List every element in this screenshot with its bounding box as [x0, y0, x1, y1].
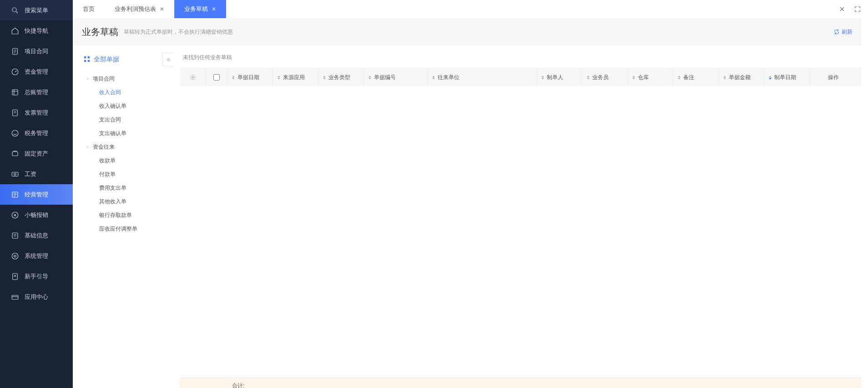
column-header[interactable]: 单据编号	[364, 68, 428, 86]
close-icon[interactable]: ✕	[160, 6, 164, 12]
svg-point-0	[12, 8, 16, 12]
tree-leaf[interactable]: 收入确认单	[83, 99, 173, 113]
tree-leaf-label: 支出合同	[99, 116, 121, 124]
sort-icon[interactable]	[632, 76, 635, 80]
svg-point-15	[15, 275, 16, 277]
sort-icon[interactable]	[678, 76, 681, 80]
fullscreen-icon[interactable]	[851, 2, 864, 16]
tab-2[interactable]: 业务草稿✕	[174, 0, 226, 18]
column-header[interactable]: 往来单位	[428, 68, 537, 86]
sort-icon[interactable]	[769, 76, 772, 80]
tree-leaf[interactable]: 其他收入单	[83, 195, 173, 208]
tree-leaf[interactable]: 应收应付调整单	[83, 222, 173, 236]
nav-item-invoice[interactable]: 发票管理	[0, 102, 73, 123]
sort-icon[interactable]	[587, 76, 590, 80]
sort-icon[interactable]	[323, 76, 326, 80]
tree-leaf-label: 付款单	[99, 171, 116, 178]
nav-item-salary[interactable]: 工资	[0, 164, 73, 184]
nav-item-ledger[interactable]: 总账管理	[0, 82, 73, 102]
column-header-label: 单据编号	[374, 74, 396, 81]
asset-icon	[11, 150, 19, 158]
tab-label: 业务草稿	[184, 5, 208, 13]
category-panel-title[interactable]: 全部单据	[94, 55, 119, 64]
column-header-ops: 操作	[810, 68, 857, 86]
page-subtitle: 草稿转为正式单据时，不会执行满赠促销优惠	[124, 28, 233, 36]
tree-leaf-label: 收款单	[99, 157, 116, 165]
refresh-button[interactable]: 刷新	[833, 28, 853, 36]
sort-icon[interactable]	[368, 76, 371, 80]
nav-item-label: 发票管理	[25, 109, 48, 117]
nav-item-guide[interactable]: 新手引导	[0, 266, 73, 287]
column-header[interactable]: 来源应用	[273, 68, 318, 86]
svg-rect-20	[88, 60, 90, 61]
salary-icon	[11, 170, 19, 178]
column-header[interactable]: 制单日期	[764, 68, 810, 86]
sort-icon[interactable]	[432, 76, 435, 80]
svg-point-13	[12, 253, 18, 259]
tree-leaf[interactable]: 费用支出单	[83, 181, 173, 195]
tree-leaf-label: 其他收入单	[99, 198, 126, 206]
svg-rect-11	[12, 233, 18, 238]
tax-icon	[11, 129, 19, 137]
select-all-checkbox[interactable]	[213, 74, 220, 81]
column-header[interactable]: 备注	[673, 68, 719, 86]
nav-item-system[interactable]: 系统管理	[0, 246, 73, 266]
collapse-panel-button[interactable]	[162, 53, 173, 66]
sort-icon[interactable]	[232, 76, 235, 80]
info-icon	[11, 232, 19, 240]
close-all-tabs-icon[interactable]	[835, 2, 849, 16]
nav-item-doc[interactable]: 项目合同	[0, 41, 73, 61]
tree-leaf[interactable]: 支出合同	[83, 113, 173, 126]
table-footer-row: 合计:	[180, 378, 862, 388]
nav-item-search[interactable]: 搜索菜单	[0, 0, 73, 20]
system-icon	[11, 252, 19, 260]
nav-item-business[interactable]: 经营管理	[0, 184, 73, 205]
nav-item-label: 小畅报销	[25, 211, 48, 219]
nav-item-apps[interactable]: 应用中心	[0, 287, 73, 307]
close-icon[interactable]: ✕	[212, 6, 216, 12]
tab-0[interactable]: 首页	[73, 0, 105, 18]
svg-rect-18	[88, 56, 90, 58]
grid-icon	[84, 56, 90, 64]
column-header[interactable]: 单据日期	[227, 68, 273, 86]
column-header-label: 操作	[828, 74, 839, 81]
svg-rect-19	[84, 60, 86, 61]
tree-leaf[interactable]: 支出确认单	[83, 126, 173, 140]
tree-group[interactable]: 项目合同	[83, 72, 173, 86]
nav-item-info[interactable]: 基础信息	[0, 225, 73, 246]
empty-message: 未找到任何业务草稿	[180, 49, 862, 68]
tree-leaf[interactable]: 付款单	[83, 167, 173, 181]
tree-leaf-label: 应收应付调整单	[99, 225, 137, 233]
svg-rect-7	[12, 172, 18, 176]
tree-leaf[interactable]: 收款单	[83, 154, 173, 167]
tab-label: 首页	[83, 5, 95, 13]
svg-rect-6	[12, 151, 18, 156]
tab-bar: 首页业务利润预估表✕业务草稿✕	[73, 0, 868, 18]
sort-icon[interactable]	[278, 76, 280, 80]
svg-point-12	[14, 255, 16, 257]
tree-group[interactable]: 资金往来	[83, 140, 173, 154]
svg-point-8	[14, 173, 16, 175]
tree-leaf[interactable]: 银行存取款单	[83, 208, 173, 222]
column-header[interactable]: 业务类型	[318, 68, 364, 86]
tab-1[interactable]: 业务利润预估表✕	[105, 0, 174, 18]
nav-item-tax[interactable]: 税务管理	[0, 123, 73, 143]
nav-item-label: 基础信息	[25, 232, 48, 240]
nav-item-label: 新手引导	[25, 272, 48, 281]
nav-item-dashboard[interactable]: 资金管理	[0, 61, 73, 82]
nav-item-asset[interactable]: 固定资产	[0, 143, 73, 164]
nav-item-expense[interactable]: 小畅报销	[0, 205, 73, 225]
table-settings-button[interactable]	[180, 68, 206, 86]
column-header[interactable]: 单据金额	[719, 68, 764, 86]
column-header[interactable]: 业务员	[582, 68, 628, 86]
ledger-icon	[11, 88, 19, 96]
nav-item-home[interactable]: 快捷导航	[0, 20, 73, 41]
table-body	[180, 86, 862, 378]
tree-leaf[interactable]: 收入合同	[83, 86, 173, 99]
select-all-cell[interactable]	[206, 68, 227, 86]
sort-icon[interactable]	[723, 76, 726, 80]
column-header[interactable]: 制单人	[537, 68, 582, 86]
column-header[interactable]: 仓库	[628, 68, 673, 86]
sort-icon[interactable]	[541, 76, 544, 80]
column-header-label: 仓库	[638, 74, 649, 81]
